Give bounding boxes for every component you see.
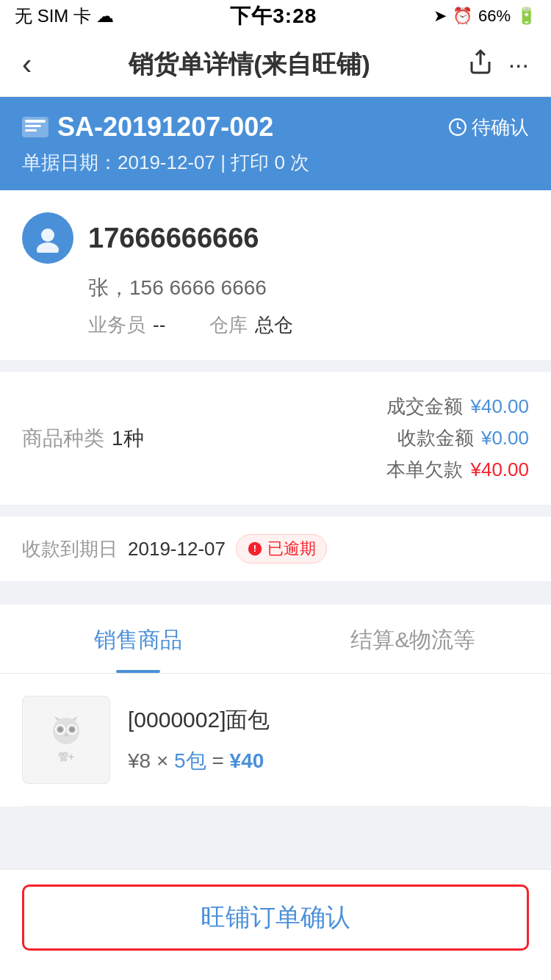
divider-2	[0, 505, 551, 516]
product-total: ¥40	[230, 749, 264, 772]
svg-point-16	[70, 727, 74, 732]
customer-section: 17666666666 张，156 6666 6666 业务员 -- 仓库 总仓	[0, 190, 551, 360]
product-thumbnail: 管+	[22, 696, 110, 784]
divider-1	[0, 360, 551, 372]
due-date-section: 收款到期日 2019-12-07 ! 已逾期	[0, 516, 551, 581]
bottom-bar: 旺铺订单确认	[0, 869, 551, 980]
no-sim-text: 无 SIM 卡 ☁	[15, 4, 114, 28]
owed-amount-label: 本单欠款	[386, 457, 463, 483]
equals-icon: =	[212, 749, 229, 772]
transaction-amount-value: ¥40.00	[470, 395, 529, 418]
svg-point-6	[41, 228, 54, 242]
product-types-value: 1种	[112, 425, 144, 453]
svg-point-7	[37, 242, 59, 253]
order-status: 待确认	[448, 115, 529, 140]
product-price: ¥8 × 5包 = ¥40	[128, 747, 529, 775]
svg-rect-4	[25, 129, 37, 131]
customer-phone: 17666666666	[88, 223, 259, 254]
customer-meta: 业务员 -- 仓库 总仓	[88, 312, 529, 338]
alarm-icon: ⏰	[453, 7, 472, 26]
location-icon: ➤	[433, 7, 447, 26]
more-button[interactable]: ···	[508, 50, 529, 79]
status-bar: 无 SIM 卡 ☁ 下午3:28 ➤ ⏰ 66% 🔋	[0, 0, 551, 32]
due-date-label: 收款到期日	[22, 536, 118, 562]
svg-rect-2	[25, 120, 46, 123]
page-title: 销货单详情(来自旺铺)	[32, 48, 467, 82]
warehouse-value: 总仓	[255, 312, 293, 338]
overdue-badge: ! 已逾期	[236, 534, 327, 563]
due-date-value: 2019-12-07	[128, 538, 226, 561]
svg-point-15	[58, 727, 62, 732]
warehouse-label: 仓库	[209, 312, 248, 338]
product-qty: 5包	[174, 749, 206, 772]
overdue-text: 已逾期	[267, 538, 316, 560]
confirm-order-button[interactable]: 旺铺订单确认	[22, 884, 529, 951]
svg-rect-3	[25, 125, 41, 127]
multiply-icon: ×	[156, 749, 174, 772]
tab-settlement[interactable]: 结算&物流等	[276, 605, 551, 673]
product-item: 管+ [0000002]面包 ¥8 × 5包 = ¥40	[22, 674, 529, 807]
customer-avatar	[22, 212, 73, 264]
share-button[interactable]	[467, 48, 494, 81]
tab-section: 销售商品 结算&物流等	[0, 593, 551, 807]
summary-section: 商品种类 1种 成交金额 ¥40.00 收款金额 ¥0.00 本单欠款 ¥40.…	[0, 372, 551, 505]
divider-3	[0, 581, 551, 593]
nav-bar: ‹ 销货单详情(来自旺铺) ···	[0, 32, 551, 97]
order-date: 单据日期：2019-12-07 | 打印 0 次	[22, 150, 529, 176]
nav-actions: ···	[467, 48, 529, 81]
status-right: ➤ ⏰ 66% 🔋	[433, 7, 536, 26]
battery-icon: 🔋	[516, 7, 536, 26]
status-left: 无 SIM 卡 ☁	[15, 4, 114, 28]
product-name: [0000002]面包	[128, 705, 529, 735]
salesperson-value: --	[153, 314, 165, 336]
product-list: 管+ [0000002]面包 ¥8 × 5包 = ¥40	[0, 674, 551, 807]
customer-name: 张，156 6666 6666	[88, 274, 529, 302]
received-amount-label: 收款金额	[397, 425, 474, 451]
status-time: 下午3:28	[230, 2, 317, 30]
owed-amount-value: ¥40.00	[470, 458, 529, 481]
order-header-banner: SA-20191207-002 待确认 单据日期：2019-12-07 | 打印…	[0, 97, 551, 190]
back-button[interactable]: ‹	[22, 48, 32, 81]
svg-text:!: !	[253, 543, 256, 554]
order-id: SA-20191207-002	[22, 112, 273, 143]
tab-sales-products[interactable]: 销售商品	[0, 605, 276, 673]
battery-text: 66%	[478, 7, 511, 26]
received-amount-value: ¥0.00	[481, 427, 529, 450]
tab-bar: 销售商品 结算&物流等	[0, 605, 551, 674]
product-types-label: 商品种类	[22, 425, 104, 453]
transaction-amount-label: 成交金额	[386, 394, 463, 419]
salesperson-label: 业务员	[88, 312, 145, 338]
product-info: [0000002]面包 ¥8 × 5包 = ¥40	[128, 705, 529, 775]
